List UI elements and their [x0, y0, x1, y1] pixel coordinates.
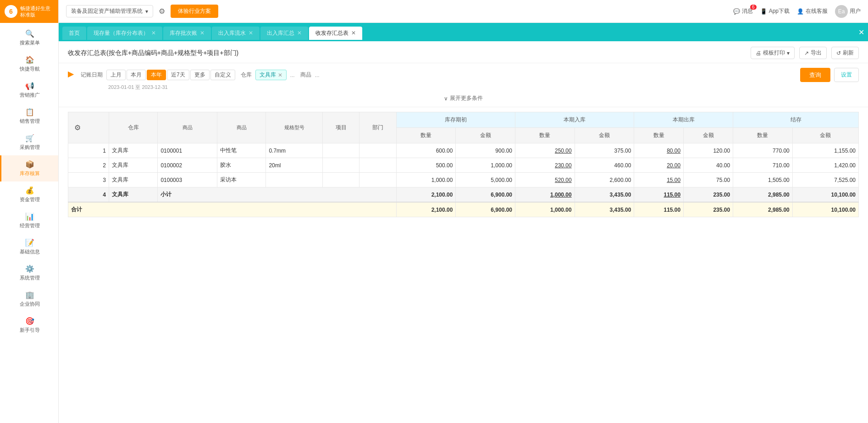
row-no: 3 [68, 173, 109, 187]
total-in-qty: 1,000.00 [515, 202, 575, 217]
col-in-qty: 数量 [515, 128, 575, 143]
tab-inventory-dist[interactable]: 现存量（库存分布表） ✕ [87, 27, 162, 40]
tab-collect-summary[interactable]: 收发存汇总表 ✕ [309, 27, 362, 40]
guide-icon: 🎯 [25, 317, 34, 325]
sidebar-item-inventory[interactable]: 📦 库存核算 [0, 155, 58, 181]
tab-close-icon[interactable]: ✕ [200, 30, 205, 36]
table-row: 3 文具库 0100003 采访本 1,000.00 5,000.00 520.… [68, 173, 859, 187]
col-in-amt: 金额 [575, 128, 634, 143]
warehouse-ellipsis[interactable]: ... [290, 72, 295, 78]
row-dept [359, 143, 396, 158]
goods-filter-section: 商品 ... [300, 71, 320, 79]
tab-home[interactable]: 首页 [62, 27, 86, 40]
sidebar-nav: 🔍 搜索菜单 🏠 快捷导航 📢 营销推广 📋 销售管理 🛒 采购管理 📦 库存核… [0, 23, 58, 423]
user-label: 用户 [850, 7, 861, 15]
table-container: ⚙ 仓库 商品 商品 规格型号 项目 部门 库存期初 本期入库 本期出库 结存 [59, 107, 868, 423]
table-body: 1 文具库 0100001 中性笔 0.7mm 600.00 900.00 25… [68, 143, 859, 203]
sidebar-item-base-info[interactable]: 📝 基础信息 [0, 234, 58, 260]
total-in-amt: 3,435.00 [575, 202, 634, 217]
user-action[interactable]: Ea 用户 [835, 5, 861, 18]
chevron-down-icon: ▾ [145, 8, 148, 15]
tab-close-icon[interactable]: ✕ [297, 30, 302, 36]
sidebar-item-sales[interactable]: 📋 销售管理 [0, 103, 58, 129]
row-out-amt: 75.00 [684, 173, 733, 187]
subtotal-out-qty[interactable]: 115.00 [634, 187, 684, 203]
sidebar-item-guide[interactable]: 🎯 新手引导 [0, 312, 58, 338]
total-out-qty: 115.00 [634, 202, 684, 217]
row-project [323, 173, 359, 187]
filter-toggle-button[interactable]: ▶ [68, 70, 73, 78]
goods-ellipsis[interactable]: ... [315, 72, 320, 78]
row-in-qty[interactable]: 250.00 [515, 143, 575, 158]
row-out-qty[interactable]: 20.00 [634, 158, 684, 173]
baseinfo-icon: 📝 [25, 238, 34, 247]
system-selector[interactable]: 装备及固定资产辅助管理系统 ▾ [66, 5, 153, 17]
query-button[interactable]: 查询 [800, 68, 830, 82]
date-btn-7days[interactable]: 近7天 [167, 70, 189, 80]
page-header: 收发存汇总表(按仓库+商品编码+商品+规格型号+项目+部门) 🖨 模板打印 ▾ … [59, 41, 868, 63]
tab-flow[interactable]: 出入库流水 ✕ [212, 27, 260, 40]
search-icon: 🔍 [25, 29, 34, 38]
sidebar-item-system[interactable]: ⚙️ 系统管理 [0, 260, 58, 286]
content-area: 收发存汇总表(按仓库+商品编码+商品+规格型号+项目+部门) 🖨 模板打印 ▾ … [59, 41, 868, 423]
filter-row: ▶ 记账日期 上月 本月 本年 近7天 更多 [68, 68, 859, 91]
sidebar-item-quick-nav[interactable]: 🏠 快捷导航 [0, 51, 58, 77]
warehouse-tag-value: 文具库 [260, 71, 276, 79]
row-no: 2 [68, 158, 109, 173]
tabs-close-all-button[interactable]: ✕ [858, 28, 864, 37]
date-btn-custom[interactable]: 自定义 [210, 70, 235, 80]
sidebar-item-search[interactable]: 🔍 搜索菜单 [0, 25, 58, 51]
print-icon: 🖨 [756, 50, 761, 56]
row-in-amt: 460.00 [575, 158, 634, 173]
row-out-qty[interactable]: 80.00 [634, 143, 684, 158]
expand-more-button[interactable]: ∨ 展开更多条件 [444, 94, 483, 102]
tab-summary[interactable]: 出入库汇总 ✕ [260, 27, 308, 40]
row-close-amt: 1,155.00 [792, 143, 858, 158]
expand-label: 展开更多条件 [450, 94, 483, 102]
sidebar-item-label: 资金管理 [20, 196, 40, 203]
print-button[interactable]: 🖨 模板打印 ▾ [751, 47, 795, 59]
sidebar-item-operations[interactable]: 📊 经营管理 [0, 208, 58, 234]
date-btn-more[interactable]: 更多 [190, 70, 210, 80]
subtotal-in-qty[interactable]: 1,000.00 [515, 187, 575, 203]
date-btn-this-month[interactable]: 本月 [127, 70, 146, 80]
export-button[interactable]: ↗ 导出 [799, 47, 827, 59]
row-goods-name: 胶水 [217, 158, 266, 173]
tab-close-icon[interactable]: ✕ [249, 30, 253, 36]
sidebar-item-label: 企业协同 [20, 301, 40, 308]
message-icon: 💬 [733, 8, 740, 15]
refresh-button[interactable]: ↺ 刷新 [831, 47, 859, 59]
date-btn-last-month[interactable]: 上月 [106, 70, 126, 80]
sidebar-item-label: 采购管理 [20, 144, 40, 151]
sidebar-item-purchase[interactable]: 🛒 采购管理 [0, 129, 58, 155]
warehouse-tag-close[interactable]: ✕ [278, 72, 282, 78]
table-footer: 合计 2,100.00 6,900.00 1,000.00 3,435.00 1… [68, 202, 859, 217]
home-icon: 🏠 [25, 55, 34, 64]
settings-button[interactable]: 设置 [834, 68, 859, 82]
tab-label: 出入库汇总 [267, 29, 294, 37]
tab-close-icon[interactable]: ✕ [151, 30, 156, 36]
app-download-action[interactable]: 📱 App下载 [760, 7, 790, 15]
tab-batch-ledger[interactable]: 库存批次账 ✕ [163, 27, 211, 40]
tab-close-icon[interactable]: ✕ [351, 30, 356, 36]
total-row: 合计 2,100.00 6,900.00 1,000.00 3,435.00 1… [68, 202, 859, 217]
row-in-qty[interactable]: 520.00 [515, 173, 575, 187]
logo-icon: 6 [5, 5, 17, 18]
row-out-qty[interactable]: 15.00 [634, 173, 684, 187]
table-settings-icon[interactable]: ⚙ [71, 121, 84, 134]
subtotal-close-qty: 2,985.00 [733, 187, 793, 203]
settings-icon[interactable]: ⚙ [159, 7, 165, 16]
subtotal-label: 小计 [158, 187, 396, 203]
sidebar-item-enterprise[interactable]: 🏢 企业协同 [0, 286, 58, 312]
message-action[interactable]: 💬 消息 6 [733, 7, 753, 15]
online-service-action[interactable]: 👤 在线客服 [797, 7, 828, 15]
filter-top-row: 记账日期 上月 本月 本年 近7天 更多 自定义 [81, 68, 859, 82]
date-btn-this-year[interactable]: 本年 [147, 70, 166, 80]
row-open-amt: 900.00 [456, 143, 515, 158]
sidebar-item-finance[interactable]: 💰 资金管理 [0, 181, 58, 208]
demo-button[interactable]: 体验行业方案 [171, 5, 218, 18]
row-in-qty[interactable]: 230.00 [515, 158, 575, 173]
inventory-icon: 📦 [25, 160, 34, 169]
sidebar-item-marketing[interactable]: 📢 营销推广 [0, 77, 58, 103]
subtotal-row: 4 文具库 小计 2,100.00 6,900.00 1,000.00 3,43… [68, 187, 859, 203]
